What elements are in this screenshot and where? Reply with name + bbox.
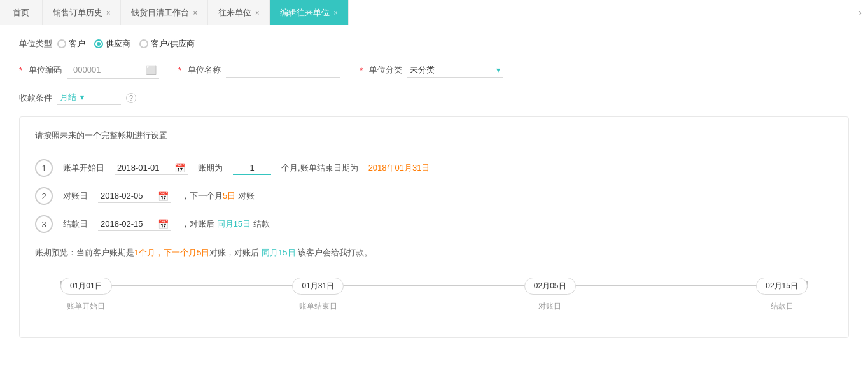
close-icon[interactable]: × xyxy=(106,9,110,17)
name-label: 单位名称 xyxy=(188,64,221,76)
close-icon[interactable]: × xyxy=(333,9,337,17)
timeline-node-2: 02月05日 对账日 xyxy=(524,278,576,312)
step-3-highlight: 同月15日 xyxy=(217,219,251,229)
step-3-date-wrapper: 📅 xyxy=(98,218,171,231)
step-1-row: 1 账单开始日 📅 账期为 个月,账单结束日期为 2018年01月31日 xyxy=(35,154,833,182)
tl-sub-1: 账单结束日 xyxy=(299,301,337,312)
code-group: * 单位编码 ⬜ xyxy=(19,61,159,79)
timeline-node-0: 01月01日 账单开始日 xyxy=(60,278,112,312)
radio-customer-circle xyxy=(57,39,66,48)
radio-both[interactable]: 客户/供应商 xyxy=(139,38,195,50)
radio-supplier-label: 供应商 xyxy=(106,38,130,50)
tl-sub-2: 对账日 xyxy=(538,301,561,312)
step-3-label: 结款日 xyxy=(63,218,88,230)
tl-badge-2: 02月05日 xyxy=(524,278,576,295)
radio-both-circle xyxy=(139,39,148,48)
step-1-num: 1 xyxy=(35,159,53,177)
category-group: * 单位分类 未分类 ▾ xyxy=(360,63,503,78)
radio-customer[interactable]: 客户 xyxy=(57,38,85,50)
panel-title: 请按照未来的一个完整帐期进行设置 xyxy=(35,130,833,141)
step-1-period-prefix: 账期为 xyxy=(198,162,223,174)
step-2-row: 2 对账日 📅 ，下一个月5日 对账 xyxy=(35,182,833,210)
unit-type-group: 单位类型 客户 供应商 客户/供应商 xyxy=(19,38,195,50)
radio-supplier-circle xyxy=(94,39,103,48)
step-1-period-unit: 个月,账单结束日期为 xyxy=(281,162,358,174)
main-content: 单位类型 客户 供应商 客户/供应商 * 单位编码 xyxy=(0,25,868,387)
tl-badge-1: 01月31日 xyxy=(292,278,344,295)
tab-partner[interactable]: 往来单位 × xyxy=(208,0,270,25)
name-input[interactable]: 河南供应商22 xyxy=(226,62,340,78)
step-1-period-end: 2018年01月31日 xyxy=(368,162,430,174)
close-icon[interactable]: × xyxy=(193,9,197,17)
step-1-date-input[interactable] xyxy=(117,163,174,172)
step-3-desc: ，对账后 同月15日 结款 xyxy=(181,218,270,230)
tab-expand-button[interactable]: › xyxy=(852,0,868,25)
copy-icon[interactable]: ⬜ xyxy=(146,65,157,75)
tab-cash-workbench[interactable]: 钱货日清工作台 × xyxy=(121,0,207,25)
preview-middle: 对账，对账后 xyxy=(209,248,259,257)
category-label: 单位分类 xyxy=(369,64,402,76)
month-input[interactable] xyxy=(233,162,271,175)
name-group: * 单位名称 河南供应商22 xyxy=(178,62,340,78)
code-label: 单位编码 xyxy=(29,64,62,76)
payment-chevron-icon: ▾ xyxy=(80,93,84,102)
timeline-nodes: 01月01日 账单开始日 01月31日 账单结束日 02月05日 对账日 02月… xyxy=(60,278,808,312)
unit-type-radio-group: 客户 供应商 客户/供应商 xyxy=(57,38,195,50)
required-star2: * xyxy=(178,66,181,75)
step-1-date-wrapper: 📅 xyxy=(115,162,188,175)
payment-row: 收款条件 月结 ▾ ? xyxy=(19,90,849,105)
step-3-row: 3 结款日 📅 ，对账后 同月15日 结款 xyxy=(35,210,833,238)
step-2-date-wrapper: 📅 xyxy=(98,190,171,203)
tab-bar: 首页 销售订单历史 × 钱货日清工作台 × 往来单位 × 编辑往来单位 × › xyxy=(0,0,868,25)
radio-both-label: 客户/供应商 xyxy=(151,38,195,50)
category-value: 未分类 xyxy=(410,64,435,76)
required-star3: * xyxy=(360,66,363,75)
payment-select[interactable]: 月结 ▾ xyxy=(57,90,121,105)
code-input[interactable] xyxy=(69,62,146,77)
calendar-icon-1[interactable]: 📅 xyxy=(174,163,185,173)
calendar-icon-2[interactable]: 📅 xyxy=(158,191,169,201)
payment-label: 收款条件 xyxy=(19,92,52,104)
step-3-num: 3 xyxy=(35,215,53,233)
tab-home[interactable]: 首页 xyxy=(0,0,43,25)
preview-part1: 1个月， xyxy=(134,248,164,257)
timeline-node-1: 01月31日 账单结束日 xyxy=(292,278,344,312)
unit-type-label: 单位类型 xyxy=(19,38,52,50)
required-star: * xyxy=(19,66,22,75)
timeline: 01月01日 账单开始日 01月31日 账单结束日 02月05日 对账日 02月… xyxy=(35,271,833,325)
tab-edit-partner[interactable]: 编辑往来单位 × xyxy=(270,0,348,25)
radio-supplier[interactable]: 供应商 xyxy=(94,38,130,50)
step-2-highlight: 5日 xyxy=(223,191,235,201)
category-chevron-icon: ▾ xyxy=(496,66,500,74)
step-2-label: 对账日 xyxy=(63,190,88,202)
tl-sub-3: 结款日 xyxy=(771,301,794,312)
payment-group: 收款条件 月结 ▾ ? xyxy=(19,90,136,105)
preview-part2: 下一个月5日 xyxy=(164,248,209,257)
preview-suffix: 该客户会给我打款。 xyxy=(298,248,372,257)
code-input-wrapper: ⬜ xyxy=(67,61,159,79)
payment-value: 月结 xyxy=(60,92,76,103)
timeline-node-3: 02月15日 结款日 xyxy=(756,278,808,312)
code-name-row: * 单位编码 ⬜ * 单位名称 河南供应商22 * 单位分类 未分类 ▾ xyxy=(19,61,849,79)
category-select[interactable]: 未分类 ▾ xyxy=(407,63,503,78)
unit-type-row: 单位类型 客户 供应商 客户/供应商 xyxy=(19,38,849,50)
radio-customer-label: 客户 xyxy=(69,38,85,50)
step-1-label: 账单开始日 xyxy=(63,162,104,174)
help-icon[interactable]: ? xyxy=(126,93,136,103)
preview-part3: 同月15日 xyxy=(262,248,295,257)
step-3-date-input[interactable] xyxy=(101,219,158,229)
close-icon[interactable]: × xyxy=(255,9,259,17)
step-2-desc: ，下一个月5日 对账 xyxy=(181,190,255,202)
tl-sub-0: 账单开始日 xyxy=(67,301,105,312)
settings-panel: 请按照未来的一个完整帐期进行设置 1 账单开始日 📅 账期为 个月,账单结束日期… xyxy=(19,116,849,338)
tab-sales-history[interactable]: 销售订单历史 × xyxy=(43,0,121,25)
tl-badge-3: 02月15日 xyxy=(756,278,808,295)
tl-badge-0: 01月01日 xyxy=(60,278,112,295)
step-2-num: 2 xyxy=(35,187,53,205)
step-2-date-input[interactable] xyxy=(101,191,158,201)
preview-text: 账期预览：当前客户账期是1个月，下一个月5日对账，对账后 同月15日 该客户会给… xyxy=(35,238,833,271)
calendar-icon-3[interactable]: 📅 xyxy=(158,219,169,229)
